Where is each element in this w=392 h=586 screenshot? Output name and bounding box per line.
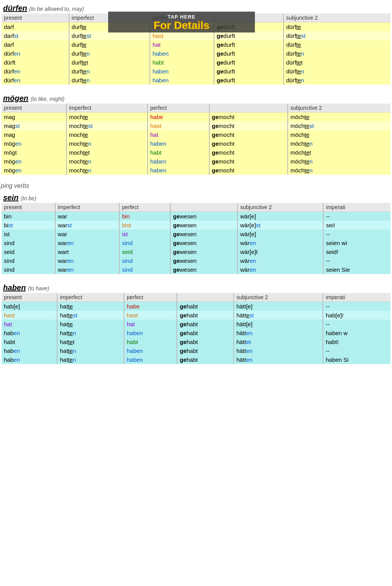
haben-row-wir: haben hatten haben gehabt hätten haben w: [2, 329, 390, 337]
mogen-du-present: magst: [2, 121, 66, 130]
haben-er-perf2: gehabt: [177, 320, 234, 329]
sein-Sie-imp: seien Sie: [323, 265, 390, 274]
mogen-section: mögen (to like, might) present imperfect…: [0, 90, 392, 180]
sein-ich-subj2: wär[e]: [238, 212, 323, 221]
haben-header: present imperfect perfect subjunctive 2 …: [2, 293, 390, 302]
mogen-er-imp: mochte: [66, 130, 148, 139]
durfen-ihr-imp: durftet: [69, 58, 150, 67]
haben-ich-perf2: gehabt: [177, 302, 234, 311]
sein-Sie-perf1: sind: [119, 265, 170, 274]
durfen-row-du: darfst durftest hast gedurft dürftest: [2, 31, 390, 40]
haben-er-subj2: hätt[e]: [234, 320, 323, 329]
sein-sie-imp: --: [323, 256, 390, 265]
durfen-Sie-subj2: dürften: [283, 76, 390, 85]
mogen-er-present: mag: [2, 130, 66, 139]
mogen-row-ich: mag mochte habe gemocht möchte: [2, 112, 390, 122]
sein-row-du: bist warst bist gewesen wär[e]st sei!: [2, 221, 390, 230]
haben-sie-imp: hatten: [57, 346, 124, 355]
sein-wir-imp: waren: [55, 238, 119, 247]
sein-ihr-subj2: wär[e]t: [238, 247, 323, 256]
col-perfect: perfect: [148, 104, 209, 112]
haben-sie-imp: --: [323, 346, 390, 355]
col-present: present: [2, 293, 57, 302]
mogen-wir-present: mögen: [2, 139, 66, 148]
sein-table: present imperfect perfect subjunctive 2 …: [2, 203, 390, 274]
col-imperfect: imperfect: [57, 293, 124, 302]
haben-ihr-imp: habt!: [323, 337, 390, 346]
sein-du-perf1: bist: [119, 221, 170, 230]
durfen-ihr-perf1: habt: [150, 58, 214, 67]
col-subj2: subjunctive 2: [238, 203, 323, 212]
haben-ich-perf1: habe: [124, 302, 177, 311]
sein-ich-present: bin: [2, 212, 55, 221]
sein-sie-subj2: wären: [238, 256, 323, 265]
mogen-du-perf2: gemocht: [209, 121, 288, 130]
mogen-er-perf2: gemocht: [209, 130, 288, 139]
mogen-wir-perf1: haben: [148, 139, 209, 148]
sein-ich-perf2: gewesen: [170, 212, 238, 221]
col-present: present: [2, 104, 66, 112]
haben-er-present: hat: [2, 320, 57, 329]
haben-section: haben (to have) present imperfect perfec…: [0, 279, 392, 370]
sein-ihr-perf2: gewesen: [170, 247, 238, 256]
haben-sie-perf2: gehabt: [177, 346, 234, 355]
haben-meaning: (to have): [28, 285, 49, 291]
mogen-Sie-perf2: gemocht: [209, 166, 288, 175]
tap-here-overlay[interactable]: TAP HERE For Details: [108, 12, 255, 32]
haben-ihr-imp: hattet: [57, 337, 124, 346]
haben-sie-present: haben: [2, 346, 57, 355]
sein-ich-imp: --: [323, 212, 390, 221]
durfen-meaning: (to be allowed to, may): [29, 6, 84, 12]
sein-sie-perf1: sind: [119, 256, 170, 265]
durfen-ich-present: darf: [2, 22, 69, 32]
col-imperfect: imperfect: [55, 203, 119, 212]
haben-du-present: hast: [2, 311, 57, 320]
haben-row-sie: haben hatten haben gehabt hätten --: [2, 346, 390, 355]
sein-du-perf2: gewesen: [170, 221, 238, 230]
haben-ich-subj2: hätt[e]: [234, 302, 323, 311]
col-perfect: perfect: [124, 293, 177, 302]
durfen-er-present: darf: [2, 40, 69, 49]
sein-Sie-present: sind: [2, 265, 55, 274]
sein-Sie-perf2: gewesen: [170, 265, 238, 274]
haben-wir-perf2: gehabt: [177, 329, 234, 337]
sein-er-perf1: ist: [119, 230, 170, 238]
mogen-ich-perf1: habe: [148, 112, 209, 122]
mogen-row-sie: mögen mochten haben gemocht möchten: [2, 157, 390, 166]
haben-ihr-subj2: hättet: [234, 337, 323, 346]
sein-ihr-perf1: seid: [119, 247, 170, 256]
col-subj2: subjunctive 2: [288, 104, 390, 112]
haben-Sie-present: haben: [2, 355, 57, 364]
sein-Sie-subj2: wären: [238, 265, 323, 274]
haben-ihr-present: habt: [2, 337, 57, 346]
sein-wir-imp: seien wi: [323, 238, 390, 247]
durfen-er-perf2: gedurft: [214, 40, 283, 49]
haben-du-perf2: gehabt: [177, 311, 234, 320]
mogen-row-er: mag mochte hat gemocht möchte: [2, 130, 390, 139]
durfen-wir-perf1: haben: [150, 49, 214, 58]
mogen-title: mögen (to like, might): [2, 92, 390, 104]
haben-table: present imperfect perfect subjunctive 2 …: [2, 293, 390, 364]
sein-meaning: (to be): [21, 195, 36, 201]
durfen-sie-imp: durften: [69, 67, 150, 76]
haben-er-imp: --: [323, 320, 390, 329]
haben-verb: haben: [3, 283, 26, 292]
col-imperfect: imperfect: [66, 104, 148, 112]
mogen-er-perf1: hat: [148, 130, 209, 139]
mogen-ihr-imp: mochtet: [66, 148, 148, 157]
durfen-Sie-perf2: gedurft: [214, 76, 283, 85]
haben-Sie-subj2: hätten: [234, 355, 323, 364]
haben-du-imp: hattest: [57, 311, 124, 320]
haben-du-perf1: hast: [124, 311, 177, 320]
sein-du-subj2: wär[e]st: [238, 221, 323, 230]
haben-ihr-perf1: habt: [124, 337, 177, 346]
mogen-table: present imperfect perfect subjunctive 2 …: [2, 104, 390, 175]
sein-row-Sie: sind waren sind gewesen wären seien Sie: [2, 265, 390, 274]
durfen-du-perf2: gedurft: [214, 31, 283, 40]
mogen-sie-perf2: gemocht: [209, 157, 288, 166]
sein-er-imp: --: [323, 230, 390, 238]
haben-wir-perf1: haben: [124, 329, 177, 337]
col-imp: imperati: [323, 293, 390, 302]
haben-ich-imp: --: [323, 302, 390, 311]
durfen-ihr-present: dürft: [2, 58, 69, 67]
